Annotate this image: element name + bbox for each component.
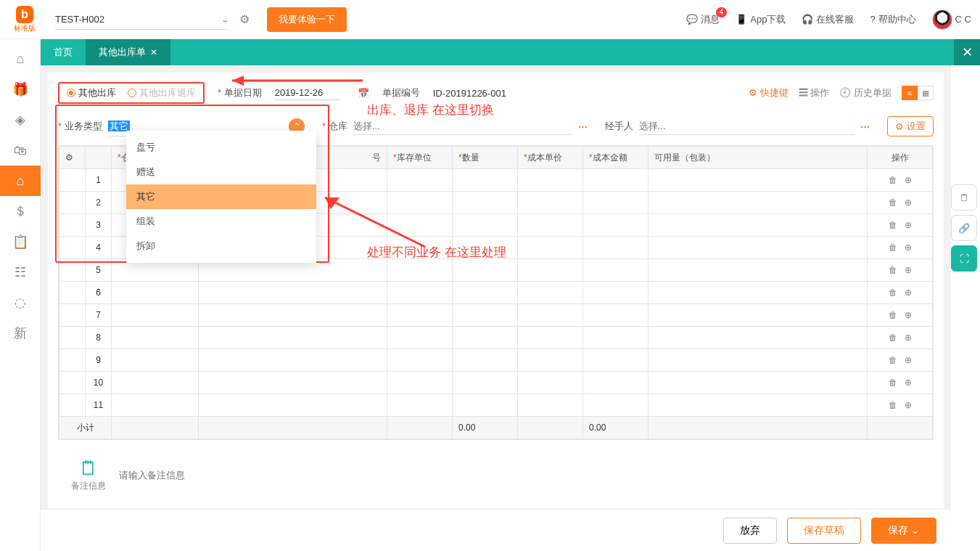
messages-button[interactable]: 💬 消息 4 (686, 13, 720, 26)
message-icon: 💬 (686, 14, 698, 25)
logo-label: 标准版 (9, 23, 41, 33)
avatar (932, 9, 952, 30)
logo-icon: b (16, 6, 33, 23)
user-menu[interactable]: C C (932, 9, 971, 30)
help-center-label: 帮助中心 (878, 13, 916, 26)
messages-badge: 4 (716, 7, 728, 17)
trial-button[interactable]: 我要体验一下 (267, 7, 347, 32)
store-selector[interactable]: TEST-H002 ⌄ (55, 9, 229, 30)
chevron-down-icon: ⌄ (221, 14, 229, 25)
top-right: 💬 消息 4 📱 App下载 🎧 在线客服 ? 帮助中心 C C (686, 9, 971, 30)
online-service-button[interactable]: 🎧 在线客服 (802, 13, 854, 26)
user-name: C C (955, 14, 971, 25)
top-bar: b 标准版 TEST-H002 ⌄ ⚙ 我要体验一下 💬 消息 4 📱 App下… (0, 0, 980, 39)
gear-icon[interactable]: ⚙ (239, 12, 250, 26)
logo: b 标准版 (9, 6, 41, 33)
store-name: TEST-H002 (55, 14, 104, 25)
help-center-button[interactable]: ? 帮助中心 (870, 13, 915, 26)
phone-icon: 📱 (736, 14, 747, 25)
headset-icon: 🎧 (802, 14, 813, 25)
question-icon: ? (870, 14, 875, 25)
online-service-label: 在线客服 (816, 13, 854, 26)
app-download-label: App下载 (750, 13, 786, 26)
app-download-button[interactable]: 📱 App下载 (736, 13, 786, 26)
